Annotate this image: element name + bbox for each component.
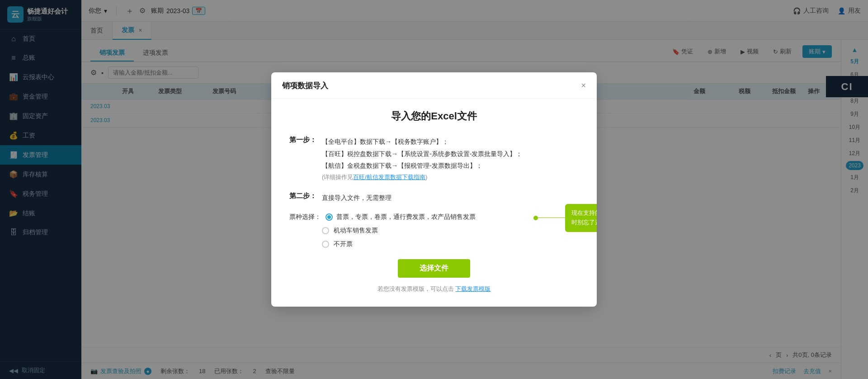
step1-line2: 【百旺】税控盘数据下载→【系统设置-系统参数设置-发票批量导入】； (322, 148, 522, 160)
step2-label: 第二步： (289, 192, 316, 204)
step1-note: (详细操作见百旺/航信发票数据下载指南) (322, 172, 522, 183)
radio-noissue[interactable] (322, 241, 329, 248)
step1-line1: 【全电平台】数据下载→【税务数字账户】； (322, 136, 522, 148)
download-template-link[interactable]: 下载发票模版 (455, 285, 491, 292)
step1-link[interactable]: 百旺/航信发票数据下载指南 (353, 174, 425, 180)
select-file-container: 选择文件 (289, 259, 579, 278)
radio-normal[interactable] (326, 213, 333, 221)
modal-header: 销项数据导入 × (271, 72, 597, 99)
modal-overlay: 销项数据导入 × 导入您的Excel文件 第一步： 【全电平台】数据下载→【税务… (0, 0, 868, 379)
tooltip-bubble: × 现在支持的票种多了，导入发票时别忘了选择正确的发票类型呀! (565, 204, 597, 232)
step1-content: 【全电平台】数据下载→【税务数字账户】； 【百旺】税控盘数据下载→【系统设置-系… (322, 136, 522, 183)
ticket-normal-label: 普票，专票，卷票，通行费发票，农产品销售发票 (336, 213, 476, 221)
modal-step1: 第一步： 【全电平台】数据下载→【税务数字账户】； 【百旺】税控盘数据下载→【系… (289, 136, 579, 183)
step1-line3: 【航信】金税盘数据下载→【报税管理-发票数据导出】； (322, 160, 522, 172)
tooltip-dot (533, 216, 538, 220)
step1-note-prefix: (详细操作见 (322, 174, 353, 180)
ticket-noissue-label: 不开票 (334, 240, 353, 248)
import-modal: 销项数据导入 × 导入您的Excel文件 第一步： 【全电平台】数据下载→【税务… (271, 72, 597, 307)
footer-note-text: 若您没有发票模版，可以点击 (377, 285, 454, 292)
modal-body: 导入您的Excel文件 第一步： 【全电平台】数据下载→【税务数字账户】； 【百… (271, 99, 597, 307)
modal-footer: 若您没有发票模版，可以点击 下载发票模版 (289, 285, 579, 293)
modal-title: 销项数据导入 (282, 81, 328, 91)
ticket-motor-label: 机动车销售发票 (334, 227, 378, 235)
ticket-label: 票种选择： (289, 213, 321, 221)
step2-content: 直接导入文件，无需整理 (322, 192, 392, 204)
radio-motor[interactable] (322, 227, 329, 234)
tooltip-text: 现在支持的票种多了，导入发票时别忘了选择正确的发票类型呀! (571, 209, 597, 226)
ticket-label-row: 票种选择： 普票，专票，卷票，通行费发票，农产品销售发票 × 现在支持的票种多了… (289, 213, 579, 221)
tooltip-line (538, 218, 565, 218)
ticket-noissue-row: 不开票 (322, 240, 579, 248)
ticket-section: 票种选择： 普票，专票，卷票，通行费发票，农产品销售发票 × 现在支持的票种多了… (289, 213, 579, 248)
modal-close-btn[interactable]: × (581, 81, 586, 90)
step1-label: 第一步： (289, 136, 316, 183)
modal-step2: 第二步： 直接导入文件，无需整理 (289, 192, 579, 204)
select-file-btn[interactable]: 选择文件 (398, 259, 470, 278)
step1-note-suffix: ) (425, 174, 427, 180)
modal-main-title: 导入您的Excel文件 (289, 109, 579, 123)
